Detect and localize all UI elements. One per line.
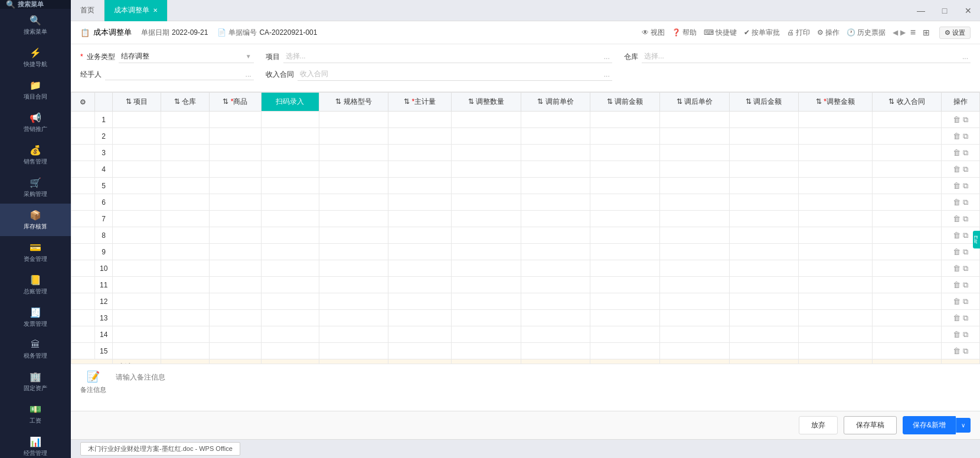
row-unit-8[interactable] xyxy=(388,227,452,244)
post-amt-sort-icon[interactable]: ⇅ xyxy=(746,97,752,106)
row-pre-amt-7[interactable] xyxy=(590,211,660,227)
row-delete-14[interactable]: 🗑 xyxy=(953,330,961,339)
row-scan-3[interactable] xyxy=(262,145,319,161)
view-list-icon[interactable]: ≡ xyxy=(908,26,918,39)
tab-cost-adjust[interactable]: 成本调整单 ✕ xyxy=(104,0,168,21)
discard-button[interactable]: 放弃 xyxy=(799,416,838,434)
row-scan-7[interactable] xyxy=(262,211,319,227)
row-post-amt-4[interactable] xyxy=(729,161,799,178)
row-product-4[interactable] xyxy=(209,161,262,178)
row-pre-amt-10[interactable] xyxy=(590,260,660,277)
save-new-arrow-button[interactable]: ∨ xyxy=(956,418,971,433)
sidebar-item-quick-nav[interactable]: ⚡ 快捷导航 xyxy=(0,41,71,74)
row-delete-2[interactable]: 🗑 xyxy=(953,132,961,140)
row-warehouse-7[interactable] xyxy=(161,211,209,227)
row-income-contract-12[interactable] xyxy=(872,293,942,310)
row-income-contract-8[interactable] xyxy=(872,227,942,244)
nav-prev[interactable]: ◀ xyxy=(893,28,898,37)
row-post-amt-6[interactable] xyxy=(729,194,799,211)
sidebar-item-ops-mgmt[interactable]: 📊 经营管理 xyxy=(0,430,71,458)
row-post-amt-10[interactable] xyxy=(729,260,799,277)
sidebar-item-purchase-mgmt[interactable]: 🛒 采购管理 xyxy=(0,171,71,204)
pre-amt-sort-icon[interactable]: ⇅ xyxy=(607,97,613,106)
unit-sort-icon[interactable]: ⇅ xyxy=(404,97,410,106)
row-project-14[interactable] xyxy=(113,326,161,343)
row-project-13[interactable] xyxy=(113,310,161,326)
row-post-amt-3[interactable] xyxy=(729,145,799,161)
row-spec-13[interactable] xyxy=(319,310,388,326)
save-new-button[interactable]: 保存&新增 xyxy=(903,416,956,434)
row-scan-11[interactable] xyxy=(262,277,319,293)
adj-amt-sort-icon[interactable]: ⇅ xyxy=(816,97,822,106)
qty-sort-icon[interactable]: ⇅ xyxy=(468,97,474,106)
row-project-3[interactable] xyxy=(113,145,161,161)
row-product-8[interactable] xyxy=(209,227,262,244)
row-copy-8[interactable]: ⧉ xyxy=(963,231,968,240)
row-delete-15[interactable]: 🗑 xyxy=(953,346,961,355)
row-copy-10[interactable]: ⧉ xyxy=(963,264,968,273)
row-unit-3[interactable] xyxy=(388,145,452,161)
row-warehouse-5[interactable] xyxy=(161,178,209,194)
row-pre-price-4[interactable] xyxy=(521,161,590,178)
row-qty-10[interactable] xyxy=(452,260,521,277)
warehouse-sort-icon[interactable]: ⇅ xyxy=(174,97,180,106)
row-scan-13[interactable] xyxy=(262,310,319,326)
row-delete-6[interactable]: 🗑 xyxy=(953,198,961,207)
row-product-12[interactable] xyxy=(209,293,262,310)
row-pre-amt-5[interactable] xyxy=(590,178,660,194)
sidebar-item-payroll[interactable]: 💵 工资 xyxy=(0,398,71,430)
tab-close-icon[interactable]: ✕ xyxy=(153,7,158,14)
row-spec-12[interactable] xyxy=(319,293,388,310)
row-copy-9[interactable]: ⧉ xyxy=(963,247,968,257)
row-adj-amt-13[interactable] xyxy=(799,310,873,326)
row-scan-8[interactable] xyxy=(262,227,319,244)
row-spec-8[interactable] xyxy=(319,227,388,244)
row-pre-amt-8[interactable] xyxy=(590,227,660,244)
post-price-sort-icon[interactable]: ⇅ xyxy=(677,97,682,106)
row-copy-1[interactable]: ⧉ xyxy=(963,115,968,125)
pre-price-sort-icon[interactable]: ⇅ xyxy=(537,97,543,106)
row-post-price-2[interactable] xyxy=(659,128,729,145)
row-delete-10[interactable]: 🗑 xyxy=(953,264,961,273)
row-pre-price-8[interactable] xyxy=(521,227,590,244)
sidebar-item-search[interactable]: 🔍 搜索菜单 xyxy=(0,9,71,41)
row-qty-9[interactable] xyxy=(452,244,521,260)
row-scan-12[interactable] xyxy=(262,293,319,310)
row-income-contract-15[interactable] xyxy=(872,343,942,359)
row-post-price-6[interactable] xyxy=(659,194,729,211)
action-help[interactable]: ❓ 帮助 xyxy=(672,28,697,38)
row-copy-15[interactable]: ⧉ xyxy=(963,346,968,356)
row-pre-amt-15[interactable] xyxy=(590,343,660,359)
row-delete-4[interactable]: 🗑 xyxy=(953,165,961,174)
row-product-7[interactable] xyxy=(209,211,262,227)
row-pre-price-9[interactable] xyxy=(521,244,590,260)
row-qty-2[interactable] xyxy=(452,128,521,145)
row-warehouse-4[interactable] xyxy=(161,161,209,178)
row-adj-amt-4[interactable] xyxy=(799,161,873,178)
row-spec-2[interactable] xyxy=(319,128,388,145)
taskbar-wps-item[interactable]: 木门行业好业财处理方案-墨红红.doc - WPS Office xyxy=(80,442,240,456)
row-adj-amt-11[interactable] xyxy=(799,277,873,293)
row-income-contract-6[interactable] xyxy=(872,194,942,211)
row-spec-14[interactable] xyxy=(319,326,388,343)
row-adj-amt-14[interactable] xyxy=(799,326,873,343)
row-pre-amt-12[interactable] xyxy=(590,293,660,310)
row-warehouse-1[interactable] xyxy=(161,112,209,128)
row-post-amt-9[interactable] xyxy=(729,244,799,260)
row-spec-5[interactable] xyxy=(319,178,388,194)
row-adj-amt-5[interactable] xyxy=(799,178,873,194)
save-draft-button[interactable]: 保存草稿 xyxy=(844,416,897,434)
row-delete-12[interactable]: 🗑 xyxy=(953,297,961,306)
row-scan-6[interactable] xyxy=(262,194,319,211)
row-pre-price-3[interactable] xyxy=(521,145,590,161)
row-post-price-4[interactable] xyxy=(659,161,729,178)
action-history[interactable]: 🕐 历史票据 xyxy=(847,28,886,38)
row-qty-6[interactable] xyxy=(452,194,521,211)
row-spec-4[interactable] xyxy=(319,161,388,178)
row-qty-1[interactable] xyxy=(452,112,521,128)
product-sort-icon[interactable]: ⇅ xyxy=(223,97,228,106)
sidebar-item-fund-mgmt[interactable]: 💳 资金管理 xyxy=(0,236,71,269)
row-copy-14[interactable]: ⧉ xyxy=(963,330,968,339)
row-copy-5[interactable]: ⧉ xyxy=(963,181,968,191)
minimize-button[interactable]: — xyxy=(909,0,933,21)
